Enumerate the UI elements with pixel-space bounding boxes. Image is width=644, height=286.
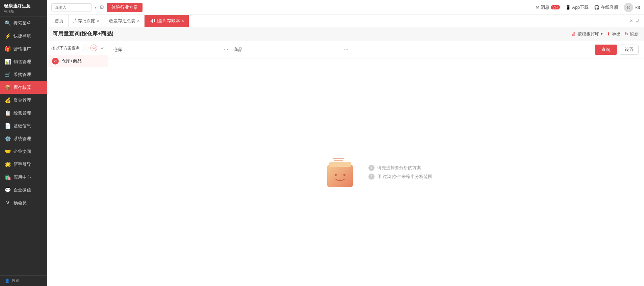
sidebar-label-operations: 经营管理 — [14, 110, 31, 116]
topbar-dropdown-arrow[interactable]: ▾ — [95, 5, 97, 10]
headset-icon: 🎧 — [594, 5, 599, 10]
tab-batch-account[interactable]: 库存批次账 × — [69, 15, 104, 27]
enterprise-icon: 🤝 — [5, 149, 11, 155]
purchase-icon: 🛒 — [5, 72, 11, 78]
sidebar-label-basic: 基础信息 — [14, 123, 31, 129]
sales-icon: 📊 — [5, 59, 11, 65]
tab-available-ledger[interactable]: 可用量库存账本 × — [145, 15, 189, 27]
sidebar-label-member: 畅会员 — [14, 200, 27, 206]
sidebar-label-system: 系统管理 — [14, 136, 31, 142]
sidebar-item-system[interactable]: ⚙️ 系统管理 — [0, 132, 47, 145]
tabs-close-all-button[interactable]: × — [630, 18, 633, 24]
empty-box-svg — [320, 152, 360, 192]
sidebar-label-search: 搜索菜单 — [14, 20, 31, 26]
online-service-button[interactable]: 🎧 在线客服 — [594, 4, 618, 10]
topbar-gear-icon[interactable]: ⚙ — [99, 4, 104, 10]
step-2-circle: 2 — [368, 174, 375, 180]
print-arrow: ▾ — [601, 32, 603, 36]
print-label: 按模板打印 — [577, 31, 599, 37]
empty-illustration — [320, 152, 360, 192]
topbar-search-input[interactable] — [51, 3, 92, 11]
warehouse-more-button[interactable]: ··· — [224, 47, 228, 53]
sidebar-scroll: 🔍 搜索菜单 ⚡ 快捷导航 🎁 营销推广 📊 销售管理 🛒 采购管理 📦 库存核… — [0, 17, 47, 275]
sidebar-label-quick-nav: 快捷导航 — [14, 33, 31, 39]
empty-text: 1 请先选择要分析的方案 2 用[过滤]条件来缩小分析范围 — [368, 165, 432, 180]
query-panel-label: 按以下方案查询 — [51, 45, 80, 51]
message-icon: ✉ — [536, 5, 539, 10]
scheme-settings-button[interactable]: ⚙ — [91, 45, 97, 51]
sidebar-item-basic[interactable]: 📄 基础信息 — [0, 120, 47, 132]
setting-button[interactable]: 设置 — [620, 45, 639, 55]
sidebar-item-inventory[interactable]: 📦 库存核算 — [0, 81, 47, 94]
avatar-initials: R — [627, 5, 630, 10]
product-filter-field: 商品 ··· — [234, 46, 349, 53]
sidebar-item-quick-nav[interactable]: ⚡ 快捷导航 — [0, 30, 47, 43]
inventory-icon: 📦 — [5, 84, 11, 90]
sidebar-label-sales: 销售管理 — [14, 59, 31, 65]
user-profile[interactable]: R Rit — [624, 3, 640, 12]
empty-step-1: 1 请先选择要分析的方案 — [368, 165, 432, 171]
quick-nav-icon: ⚡ — [5, 33, 11, 39]
tab-batch-account-label: 库存批次账 — [73, 18, 95, 24]
refresh-label: 刷新 — [630, 31, 639, 37]
svg-point-5 — [335, 174, 337, 176]
tab-available-ledger-close[interactable]: × — [182, 19, 184, 23]
tab-receive-summary-close[interactable]: × — [137, 19, 139, 23]
sidebar-item-wechat[interactable]: 💬 企业微信 — [0, 184, 47, 197]
sidebar-label-appstore: 应用中心 — [14, 174, 31, 180]
message-button[interactable]: ✉ 消息 99+ — [536, 4, 560, 10]
page-title: 可用量查询(按仓库+商品) — [53, 30, 113, 37]
sidebar-item-appstore[interactable]: 🛍️ 应用中心 — [0, 171, 47, 184]
query-panel: 按以下方案查询 + ⚙ « ↺ 仓库+商品 — [47, 41, 108, 286]
add-scheme-button[interactable]: + — [82, 45, 88, 51]
step-1-circle: 1 — [368, 165, 375, 171]
sidebar-item-purchase[interactable]: 🛒 采购管理 — [0, 68, 47, 81]
sidebar-item-operations[interactable]: 📋 经营管理 — [0, 107, 47, 120]
empty-step2-label: 用[过滤]条件来缩小分析范围 — [377, 174, 432, 180]
warehouse-filter-input[interactable] — [124, 46, 222, 53]
topbar-right: ✉ 消息 99+ 📱 App下载 🎧 在线客服 R Rit — [536, 3, 640, 12]
empty-state: 1 请先选择要分析的方案 2 用[过滤]条件来缩小分析范围 — [108, 58, 644, 286]
export-label: 导出 — [612, 31, 621, 37]
sidebar-item-newbie[interactable]: 🌟 新手引导 — [0, 158, 47, 171]
avatar: R — [624, 3, 633, 12]
sidebar-item-finance[interactable]: 💰 资金管理 — [0, 94, 47, 107]
sidebar-label-inventory: 库存核算 — [14, 84, 31, 90]
sidebar-label-marketing: 营销推广 — [14, 46, 31, 52]
svg-rect-4 — [329, 162, 351, 167]
member-icon: V — [5, 200, 11, 205]
industry-solution-button[interactable]: 体验行业方案 — [107, 3, 143, 12]
tab-receive-summary[interactable]: 收发存汇总表 × — [104, 15, 145, 27]
scheme-icon: ↺ — [52, 58, 59, 64]
username-label: Rit — [635, 5, 640, 10]
sidebar-item-sales[interactable]: 📊 销售管理 — [0, 55, 47, 68]
query-panel-header: 按以下方案查询 + ⚙ « — [47, 41, 108, 55]
sidebar-item-search[interactable]: 🔍 搜索菜单 — [0, 17, 47, 30]
tab-available-ledger-label: 可用量库存账本 — [149, 18, 180, 24]
print-button[interactable]: 🖨 按模板打印 ▾ — [572, 31, 603, 37]
scheme-icon-glyph: ↺ — [54, 59, 57, 63]
message-badge: 99+ — [551, 5, 560, 9]
sidebar-footer: 👤 设置 — [0, 275, 47, 286]
content-area: 按以下方案查询 + ⚙ « ↺ 仓库+商品 仓库 ··· — [47, 41, 644, 286]
sidebar-item-marketing[interactable]: 🎁 营销推广 — [0, 43, 47, 55]
sidebar-item-enterprise[interactable]: 🤝 企业协同 — [0, 145, 47, 158]
warehouse-filter-field: 仓库 ··· — [113, 46, 228, 53]
sidebar-label-enterprise: 企业协同 — [14, 149, 31, 155]
tab-home-label: 首页 — [55, 18, 63, 24]
sidebar-item-member[interactable]: V 畅会员 — [0, 197, 47, 209]
empty-step1-label: 请先选择要分析的方案 — [377, 165, 421, 171]
export-button[interactable]: ⬆ 导出 — [607, 31, 621, 37]
app-download-button[interactable]: 📱 App下载 — [565, 4, 589, 10]
tab-home[interactable]: 首页 — [50, 15, 69, 27]
scheme-item-warehouse-product[interactable]: ↺ 仓库+商品 — [47, 55, 108, 67]
collapse-panel-button[interactable]: « — [101, 45, 104, 51]
product-more-button[interactable]: ··· — [344, 47, 349, 53]
tab-batch-account-close[interactable]: × — [97, 19, 99, 23]
refresh-button[interactable]: ↻ 刷新 — [625, 31, 639, 37]
tabs-expand-button[interactable]: ⤢ — [636, 18, 640, 24]
query-button[interactable]: 查询 — [595, 45, 617, 55]
phone-icon: 📱 — [565, 5, 571, 10]
product-filter-input[interactable] — [244, 46, 342, 53]
app-version: 标准版 — [4, 9, 43, 14]
